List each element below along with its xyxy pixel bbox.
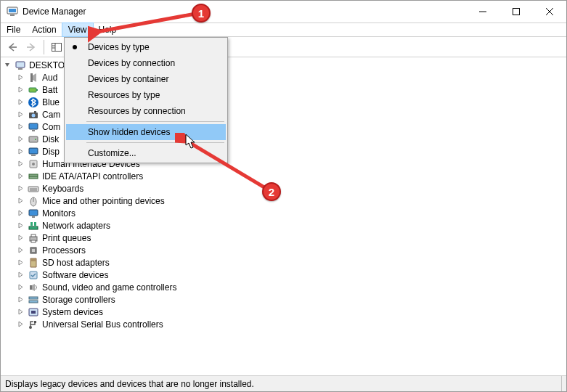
toolbar-back-button[interactable] (4, 39, 21, 55)
svg-rect-9 (52, 43, 62, 51)
computer-icon (15, 60, 26, 71)
menu-help[interactable]: Help (93, 23, 123, 36)
expand-icon[interactable] (17, 283, 25, 291)
window-title: Device Manager (23, 7, 86, 17)
expand-icon[interactable] (17, 123, 25, 131)
menu-view-label: View (68, 25, 87, 35)
mouse-icon (28, 195, 39, 207)
expand-icon[interactable] (17, 209, 25, 217)
hid-icon (28, 158, 39, 170)
menu-item-label: Show hidden devices (88, 127, 170, 137)
expand-icon[interactable] (17, 320, 25, 328)
expand-icon[interactable] (17, 160, 25, 168)
expand-icon[interactable] (17, 258, 25, 266)
expand-icon[interactable] (17, 184, 25, 192)
tree-item-label: Disk (42, 134, 59, 144)
expand-icon[interactable] (17, 98, 25, 106)
tree-item[interactable]: Monitors (17, 207, 563, 219)
tree-item-label: Network adapters (42, 221, 110, 231)
minimize-button[interactable] (466, 1, 499, 23)
expand-icon[interactable] (17, 197, 25, 205)
tree-item[interactable]: Print queues (17, 232, 563, 244)
toolbar-show-hide-tree-button[interactable] (48, 39, 65, 55)
toolbar-forward-button[interactable] (23, 39, 40, 55)
view-devices-by-container[interactable]: Devices by container (66, 71, 226, 87)
svg-rect-26 (29, 136, 38, 142)
display-icon (28, 146, 39, 158)
svg-rect-19 (36, 89, 38, 91)
toolbar-separator (44, 40, 44, 54)
svg-rect-25 (32, 130, 35, 131)
tree-item-label: Print queues (42, 233, 91, 243)
svg-rect-39 (29, 210, 38, 216)
expand-icon[interactable] (17, 234, 25, 242)
tree-item[interactable]: Software devices (17, 269, 563, 281)
view-devices-by-connection[interactable]: Devices by connection (66, 55, 226, 71)
view-resources-by-connection[interactable]: Resources by connection (66, 103, 226, 119)
tree-item[interactable]: Mice and other pointing devices (17, 195, 563, 207)
expand-icon[interactable] (17, 86, 25, 94)
tree-item-label: Blue (42, 97, 60, 107)
menu-action[interactable]: Action (26, 23, 62, 36)
title-bar: Device Manager (1, 1, 566, 23)
expand-icon[interactable] (17, 172, 25, 180)
expand-icon[interactable] (17, 308, 25, 316)
svg-rect-28 (29, 148, 38, 154)
view-show-hidden-devices[interactable]: Show hidden devices (66, 124, 226, 140)
svg-rect-4 (513, 9, 520, 15)
battery-icon (28, 84, 39, 96)
view-customize[interactable]: Customize... (66, 145, 226, 161)
svg-rect-24 (29, 123, 38, 129)
svg-point-22 (32, 113, 36, 117)
view-devices-by-type[interactable]: Devices by type (66, 39, 226, 55)
menu-help-label: Help (99, 25, 117, 35)
tree-item[interactable]: IDE ATA/ATAPI controllers (17, 170, 563, 182)
menu-separator (86, 121, 224, 122)
menu-item-label: Devices by type (88, 42, 150, 52)
tree-item-label: SD host adapters (42, 258, 110, 268)
menu-item-label: Devices by container (88, 74, 168, 84)
tree-item[interactable]: Network adapters (17, 219, 563, 232)
tree-item[interactable]: SD host adapters (17, 256, 563, 269)
menu-item-label: Customize... (88, 148, 136, 158)
expand-icon[interactable] (17, 246, 25, 254)
tree-item[interactable]: Storage controllers (17, 293, 563, 306)
expand-icon[interactable] (17, 271, 25, 279)
svg-rect-41 (29, 226, 38, 229)
view-menu-dropdown: Devices by type Devices by connection De… (64, 37, 228, 163)
speaker-icon (28, 72, 39, 83)
svg-rect-23 (34, 111, 36, 113)
svg-rect-17 (30, 73, 33, 82)
menu-view[interactable]: View (62, 23, 93, 36)
status-text: Displays legacy devices and devices that… (5, 379, 254, 389)
tree-item[interactable]: Processors (17, 244, 563, 256)
keyboard-icon (28, 183, 39, 195)
collapse-icon[interactable] (4, 61, 12, 69)
menu-file[interactable]: File (1, 23, 26, 36)
svg-rect-53 (30, 285, 32, 290)
app-icon (7, 5, 18, 19)
maximize-button[interactable] (499, 1, 533, 23)
tree-item-label: Sound, video and game controllers (42, 282, 176, 293)
tree-item[interactable]: Keyboards (17, 182, 563, 195)
software-icon (28, 269, 39, 281)
expand-icon[interactable] (17, 135, 25, 143)
close-button[interactable] (533, 1, 566, 23)
svg-point-31 (32, 163, 35, 166)
tree-item-label: Keyboards (42, 184, 83, 194)
status-bar: Displays legacy devices and devices that… (1, 375, 566, 391)
expand-icon[interactable] (17, 295, 25, 303)
ide-icon (28, 171, 39, 182)
svg-rect-55 (29, 301, 38, 303)
expand-icon[interactable] (17, 73, 25, 81)
view-resources-by-type[interactable]: Resources by type (66, 87, 226, 103)
menu-item-label: Resources by connection (88, 106, 186, 116)
expand-icon[interactable] (17, 147, 25, 155)
tree-item[interactable]: Sound, video and game controllers (17, 281, 563, 293)
tree-item[interactable]: System devices (17, 306, 563, 318)
expand-icon[interactable] (17, 221, 25, 229)
tree-item[interactable]: Universal Serial Bus controllers (17, 318, 563, 330)
svg-rect-43 (34, 222, 36, 226)
expand-icon[interactable] (17, 110, 25, 118)
menu-item-label: Devices by connection (88, 58, 175, 68)
